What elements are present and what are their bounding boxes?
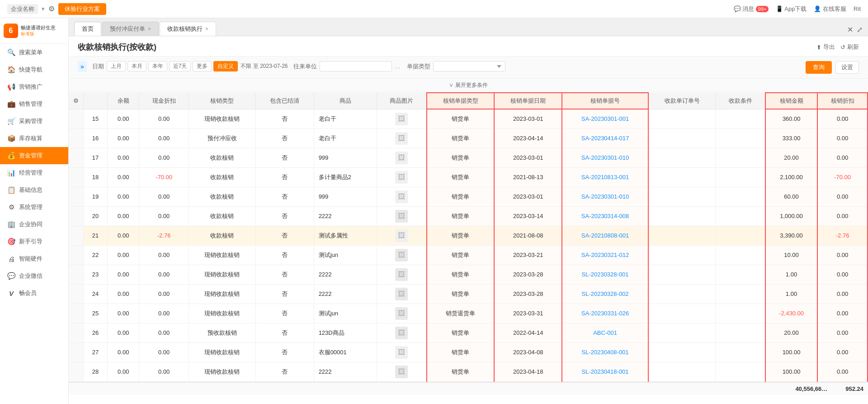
tab-collection-close-icon[interactable]: × (205, 26, 208, 32)
expand-more-button[interactable]: ∨ 展开更多条件 (449, 81, 487, 89)
sidebar-item-label: 资金管理 (19, 152, 42, 160)
date-opt-last-month[interactable]: 上月 (107, 61, 126, 71)
sidebar-item-purchase[interactable]: 🛒 采购管理 (0, 113, 68, 130)
td-include-settled: 否 (255, 304, 314, 323)
th-gear[interactable]: ⚙ (69, 93, 84, 109)
td-verify-bill-no[interactable]: SA-20230301-001 (562, 109, 648, 128)
export-button[interactable]: ⬆ 导出 (816, 43, 835, 51)
sidebar-item-wechat[interactable]: 💬 企业微信 (0, 267, 68, 285)
from-unit-input[interactable] (320, 61, 392, 71)
td-verify-bill-date: 2023-03-28 (494, 265, 562, 284)
sidebar-item-basic[interactable]: 📋 基础信息 (0, 181, 68, 199)
sidebar-item-search[interactable]: 🔍 搜索菜单 (0, 44, 68, 61)
td-verify-bill-no[interactable]: SA-20230301-010 (562, 187, 648, 206)
date-opt-more[interactable]: 更多 (193, 61, 212, 71)
page-title: 收款核销执行(按收款) (78, 42, 156, 52)
sidebar-item-finance[interactable]: 💰 资金管理 (0, 147, 68, 164)
tab-close-window-button[interactable]: ✕ (847, 25, 853, 34)
td-collection-condition (716, 226, 765, 245)
sidebar-item-sales[interactable]: 💼 销售管理 (0, 95, 68, 113)
marketing-icon: 📢 (7, 83, 15, 91)
th-verify-bill-date: 核销单据日期 (494, 93, 562, 109)
corp-icon: 🏢 (7, 220, 15, 228)
date-opt-7days[interactable]: 近7天 (169, 61, 191, 71)
date-opt-this-year[interactable]: 本年 (148, 61, 167, 71)
td-verify-discount: 0.00 (817, 362, 868, 381)
td-verify-bill-no[interactable]: SA-20230414-017 (562, 128, 648, 148)
td-verify-bill-type: 销货单 (427, 226, 495, 245)
sidebar-item-corp[interactable]: 🏢 企业协同 (0, 216, 68, 233)
online-service-link[interactable]: 👤 在线客服 (814, 5, 846, 13)
td-cash-discount: 0.00 (139, 362, 189, 381)
sidebar-item-member[interactable]: V 畅会员 (0, 285, 68, 302)
td-product: 2222 (314, 206, 377, 226)
query-button[interactable]: 查询 (806, 61, 832, 74)
td-product-img: 🖼 (377, 206, 427, 226)
sidebar-item-hardware[interactable]: 🖨 智能硬件 (0, 250, 68, 267)
single-type-select[interactable] (433, 61, 505, 71)
td-verify-bill-no[interactable]: SA-20210808-001 (562, 226, 648, 245)
company-name[interactable]: 企业名称 (7, 4, 38, 14)
date-opt-custom[interactable]: 自定义 (213, 61, 238, 71)
td-verify-bill-no[interactable]: SL-20230328-002 (562, 284, 648, 304)
td-include-settled: 否 (255, 265, 314, 284)
sidebar-item-marketing[interactable]: 📢 营销推广 (0, 78, 68, 95)
sidebar-item-shortcuts[interactable]: 🏠 快捷导航 (0, 61, 68, 78)
app-download-link[interactable]: 📱 App下载 (776, 5, 807, 13)
tab-prepay[interactable]: 预付冲应付单 × (102, 22, 159, 36)
td-product: 123D商品 (314, 323, 377, 342)
th-product: 商品 (314, 93, 377, 109)
td-gear (69, 148, 84, 167)
tab-home[interactable]: 首页 (74, 22, 101, 36)
hardware-icon: 🖨 (7, 255, 15, 263)
td-verify-bill-no[interactable]: SA-20230301-010 (562, 148, 648, 167)
sidebar-item-label: 新手引导 (19, 238, 42, 246)
user-name[interactable]: Rit (854, 5, 861, 12)
tab-maximize-button[interactable]: ⤢ (857, 25, 863, 34)
td-collection-order-no (648, 187, 716, 206)
footer-verify-discount-total: 952.24 (845, 385, 863, 392)
td-verify-bill-no[interactable]: SL-20230408-001 (562, 342, 648, 362)
td-verify-bill-no[interactable]: SA-20230321-012 (562, 245, 648, 265)
sidebar-item-guide[interactable]: 🎯 新手引导 (0, 233, 68, 250)
td-cash-discount: 0.00 (139, 109, 189, 128)
sidebar-item-operation[interactable]: 📊 经营管理 (0, 164, 68, 181)
td-verify-bill-no[interactable]: ABC-001 (562, 323, 648, 342)
td-verify-bill-no[interactable]: SL-20230328-001 (562, 265, 648, 284)
td-verify-bill-no[interactable]: SA-20210813-001 (562, 167, 648, 187)
td-include-settled: 否 (255, 226, 314, 245)
sidebar-item-system[interactable]: ⚙ 系统管理 (0, 199, 68, 216)
td-product: 测试多属性 (314, 226, 377, 245)
refresh-button[interactable]: ↺ 刷新 (840, 43, 859, 51)
td-collection-order-no (648, 226, 716, 245)
sidebar-item-label: 搜索菜单 (19, 48, 42, 57)
company-dropdown-icon[interactable]: ▾ (42, 5, 45, 12)
td-balance: 0.00 (108, 128, 139, 148)
td-include-settled: 否 (255, 187, 314, 206)
product-image: 🖼 (395, 268, 408, 281)
filter-expand-button[interactable]: » (78, 61, 87, 72)
td-verify-bill-no[interactable]: SA-20230314-008 (562, 206, 648, 226)
tab-collection[interactable]: 收款核销执行 × (160, 22, 216, 36)
operation-icon: 📊 (7, 169, 15, 177)
td-include-settled: 否 (255, 167, 314, 187)
industry-solution-button[interactable]: 休验行业方案 (58, 3, 106, 15)
td-collection-order-no (648, 245, 716, 265)
td-verify-bill-no[interactable]: SA-20230331-026 (562, 304, 648, 323)
date-opt-this-month[interactable]: 本月 (127, 61, 146, 71)
td-gear (69, 304, 84, 323)
tab-prepay-close-icon[interactable]: × (148, 26, 151, 32)
messages-area[interactable]: 💬 消息 99+ (734, 5, 769, 13)
footer-verify-amount-total: 40,556,66… (795, 385, 827, 392)
filter-settings-button[interactable]: 设置 (835, 61, 859, 74)
product-image: 🖼 (395, 307, 408, 320)
td-include-settled: 否 (255, 109, 314, 128)
td-product: 测试jun (314, 304, 377, 323)
product-image: 🖼 (395, 288, 408, 300)
td-verify-bill-no[interactable]: SL-20230418-001 (562, 362, 648, 381)
td-product-img: 🖼 (377, 323, 427, 342)
settings-gear-icon[interactable]: ⚙ (48, 5, 55, 13)
td-balance: 0.00 (108, 323, 139, 342)
td-gear (69, 109, 84, 128)
sidebar-item-inventory[interactable]: 📦 库存核算 (0, 130, 68, 147)
